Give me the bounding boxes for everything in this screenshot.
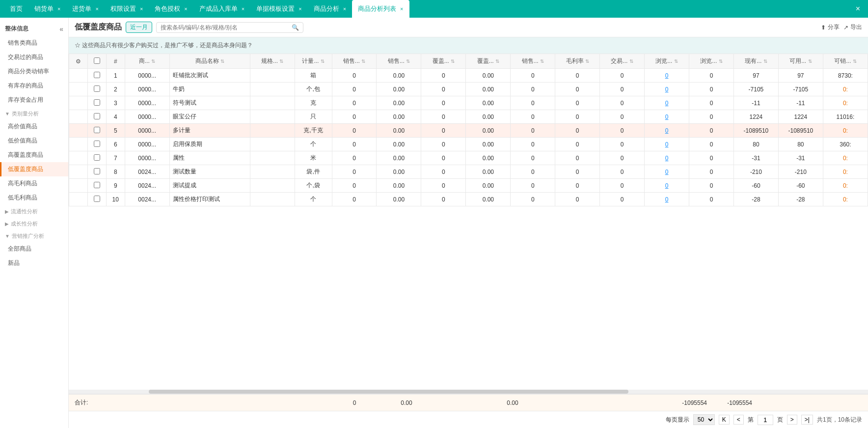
nav-home[interactable]: 首页: [4, 0, 28, 18]
row-checkbox-cell[interactable]: [87, 96, 106, 110]
sidebar-item-all-goods[interactable]: 全部商品: [0, 242, 68, 256]
select-all-checkbox[interactable]: [94, 57, 100, 64]
row-browse1[interactable]: 0: [645, 151, 689, 165]
first-page-button[interactable]: K: [719, 415, 730, 425]
row-checkbox-cell[interactable]: [87, 69, 106, 83]
col-name[interactable]: 商品名称 ⇅: [169, 54, 250, 69]
col-sellable[interactable]: 可销... ⇅: [823, 54, 868, 69]
row-checkbox[interactable]: [94, 141, 100, 147]
page-number-input[interactable]: [758, 415, 773, 425]
col-current[interactable]: 现有... ⇅: [733, 54, 778, 69]
row-browse1[interactable]: 0: [645, 124, 689, 138]
row-checkbox-cell[interactable]: [87, 124, 106, 138]
nav-close-icon[interactable]: ×: [140, 0, 143, 18]
col-browse2[interactable]: 浏览... ⇅: [689, 54, 734, 69]
sidebar-item-low-coverage[interactable]: 低覆盖度商品: [0, 162, 68, 176]
sidebar-item-sales-goods[interactable]: 销售类商品: [0, 36, 68, 50]
window-close-button[interactable]: ×: [852, 4, 864, 13]
col-settings[interactable]: ⚙: [69, 54, 88, 69]
nav-close-icon-active[interactable]: ×: [400, 0, 403, 18]
last-page-button[interactable]: >|: [801, 415, 813, 425]
col-sales-amt[interactable]: 销售... ⇅: [377, 54, 421, 69]
search-icon[interactable]: 🔍: [292, 24, 299, 31]
nav-close-icon[interactable]: ×: [95, 0, 98, 18]
sidebar-item-low-value[interactable]: 低价值商品: [0, 134, 68, 148]
settings-icon[interactable]: ⚙: [76, 58, 81, 65]
horizontal-scrollbar[interactable]: [69, 390, 868, 394]
col-trade[interactable]: 交易... ⇅: [600, 54, 645, 69]
sidebar-item-traded-goods[interactable]: 交易过的商品: [0, 50, 68, 64]
row-checkbox[interactable]: [94, 196, 100, 202]
sidebar-group-liquidity[interactable]: ▶ 流通性分析: [0, 205, 68, 217]
next-page-button[interactable]: >: [787, 415, 797, 425]
row-checkbox[interactable]: [94, 182, 100, 188]
col-coverage1[interactable]: 覆盖... ⇅: [421, 54, 466, 69]
nav-close-icon[interactable]: ×: [298, 0, 301, 18]
nav-sales-order[interactable]: 销货单 ×: [28, 0, 66, 18]
col-code[interactable]: 商... ⇅: [125, 54, 169, 69]
col-spec[interactable]: 规格... ⇅: [250, 54, 295, 69]
row-sales-extra: 0: [511, 83, 555, 96]
nav-close-icon[interactable]: ×: [343, 0, 346, 18]
row-checkbox[interactable]: [94, 113, 100, 119]
search-input[interactable]: [161, 24, 292, 31]
row-browse1[interactable]: 0: [645, 179, 689, 193]
row-browse1[interactable]: 0: [645, 110, 689, 124]
row-browse1[interactable]: 0: [645, 138, 689, 151]
row-browse1[interactable]: 0: [645, 193, 689, 206]
sidebar-item-inventory-funds[interactable]: 库存资金占用: [0, 93, 68, 107]
sidebar-item-high-margin[interactable]: 高毛利商品: [0, 176, 68, 191]
nav-product-analysis[interactable]: 商品分析 ×: [308, 0, 352, 18]
row-checkbox-cell[interactable]: [87, 138, 106, 151]
col-available[interactable]: 可用... ⇅: [778, 54, 823, 69]
prev-page-button[interactable]: <: [733, 415, 744, 425]
share-button[interactable]: ⬆ 分享: [821, 23, 840, 31]
row-browse1[interactable]: 0: [645, 96, 689, 110]
row-checkbox-cell[interactable]: [87, 193, 106, 206]
row-checkbox-cell[interactable]: [87, 179, 106, 193]
row-browse1[interactable]: 0: [645, 165, 689, 179]
row-checkbox[interactable]: [94, 86, 100, 92]
col-coverage2[interactable]: 覆盖... ⇅: [466, 54, 511, 69]
per-page-select[interactable]: 50: [693, 414, 715, 425]
nav-close-icon[interactable]: ×: [184, 0, 187, 18]
row-checkbox[interactable]: [94, 127, 100, 133]
sidebar-item-low-margin[interactable]: 低毛利商品: [0, 191, 68, 205]
row-checkbox[interactable]: [94, 72, 100, 78]
nav-finished-goods[interactable]: 产成品入库单 ×: [193, 0, 250, 18]
sidebar-item-category-rate[interactable]: 商品分类动销率: [0, 64, 68, 79]
row-checkbox[interactable]: [94, 168, 100, 174]
nav-product-analysis-list[interactable]: 商品分析列表 ×: [352, 0, 409, 18]
nav-permissions[interactable]: 权限设置 ×: [105, 0, 149, 18]
col-browse1[interactable]: 浏览... ⇅: [645, 54, 689, 69]
row-checkbox[interactable]: [94, 99, 100, 106]
nav-close-icon[interactable]: ×: [242, 0, 244, 18]
sidebar-item-new-goods[interactable]: 新品: [0, 256, 68, 270]
col-sales-extra[interactable]: 销售... ⇅: [511, 54, 555, 69]
nav-close-icon[interactable]: ×: [57, 0, 60, 18]
row-checkbox-cell[interactable]: [87, 151, 106, 165]
time-filter-button[interactable]: 近一月: [126, 22, 152, 33]
sidebar-item-high-value[interactable]: 高价值商品: [0, 119, 68, 134]
sidebar-collapse-icon[interactable]: «: [59, 25, 63, 33]
row-browse1[interactable]: 0: [645, 69, 689, 83]
sidebar-item-high-coverage[interactable]: 高覆盖度商品: [0, 148, 68, 162]
sidebar-item-in-stock[interactable]: 有库存的商品: [0, 79, 68, 93]
sidebar-group-category-analysis[interactable]: ▼ 类别量分析: [0, 107, 68, 119]
row-browse1[interactable]: 0: [645, 83, 689, 96]
row-checkbox-cell[interactable]: [87, 83, 106, 96]
row-checkbox-cell[interactable]: [87, 165, 106, 179]
nav-roles[interactable]: 角色授权 ×: [149, 0, 193, 18]
sidebar-group-growth[interactable]: ▶ 成长性分析: [0, 217, 68, 229]
col-gross-rate[interactable]: 毛利率 ⇅: [555, 54, 600, 69]
export-button[interactable]: ↗ 导出: [843, 23, 862, 31]
row-checkbox[interactable]: [94, 154, 100, 161]
col-sales-qty[interactable]: 销售... ⇅: [332, 54, 377, 69]
row-checkbox-cell[interactable]: [87, 110, 106, 124]
col-unit[interactable]: 计量... ⇅: [295, 54, 332, 69]
nav-template-settings[interactable]: 单据模板设置 ×: [250, 0, 307, 18]
nav-purchase[interactable]: 进货单 ×: [66, 0, 104, 18]
scrollbar-thumb[interactable]: [149, 390, 628, 394]
col-checkbox[interactable]: [87, 54, 106, 69]
sidebar-group-marketing[interactable]: ▼ 营销推广分析: [0, 229, 68, 242]
